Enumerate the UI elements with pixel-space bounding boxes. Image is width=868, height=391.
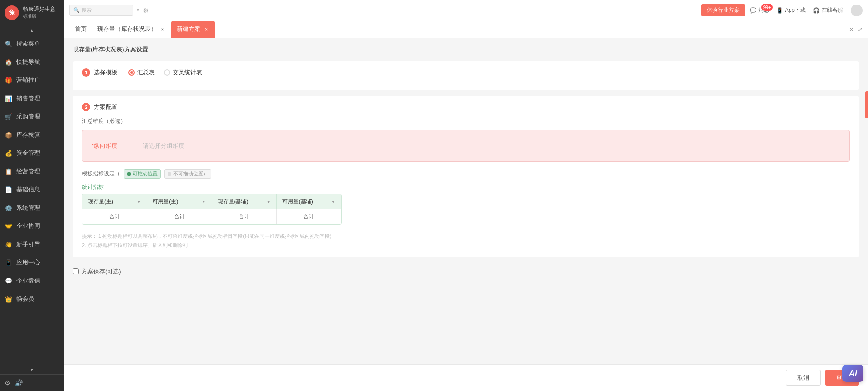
stats-table-header: 现存量(主) ▼ 可用量(主) ▼ 现存量(基辅) ▼ 可用量(基辅) <box>82 194 341 209</box>
document-icon: 📄 <box>5 185 13 194</box>
save-label: 方案保存(可选) <box>82 268 121 276</box>
ai-badge[interactable]: Ai <box>842 365 863 382</box>
chevron-down-icon-2: ▼ <box>202 199 206 204</box>
tab-new-plan-close[interactable]: × <box>203 26 209 32</box>
purchase-label: 采购管理 <box>16 113 40 121</box>
stats-cell-2: 合计 <box>147 209 212 224</box>
stats-col-4-label: 可用量(基辅) <box>282 198 313 206</box>
stats-col-2-label: 可用量(主) <box>153 198 178 206</box>
app-download-item[interactable]: 📱 App下载 <box>776 6 806 14</box>
tab-home[interactable]: 首页 <box>69 21 92 38</box>
dim-separator: —— <box>125 143 136 149</box>
draggable-dot <box>127 172 131 176</box>
stats-table-body: 合计 合计 合计 合计 <box>82 209 341 224</box>
system-label: 系统管理 <box>16 204 40 212</box>
footer: 取消 查询 <box>64 364 868 391</box>
sidebar-item-operations[interactable]: 📋 经营管理 <box>0 162 64 180</box>
tab-inventory-label: 现存量（库存状况表） <box>97 25 157 33</box>
chevron-down-icon-1: ▼ <box>137 199 141 204</box>
messages-badge: 99+ <box>761 4 773 11</box>
sidebar-item-purchase[interactable]: 🛒 采购管理 <box>0 108 64 126</box>
sidebar-nav: 🔍 搜索菜单 🏠 快捷导航 🎁 营销推广 📊 销售管理 🛒 采购管理 📦 库存核… <box>0 35 64 365</box>
tab-new-plan-label: 新建方案 <box>177 25 200 33</box>
radio-summary-label: 汇总表 <box>137 68 155 77</box>
chevron-down-icon-4: ▼ <box>331 199 336 204</box>
template-radio-group: 汇总表 交叉统计表 <box>128 68 202 77</box>
chevron-down-icon-3: ▼ <box>266 199 271 204</box>
dim-required-label: *纵向维度 <box>92 142 117 150</box>
footer-sound-icon[interactable]: 🔊 <box>15 379 23 386</box>
tip-1: 提示： 1.拖动标题栏可以调整布局，不可跨维度或指标区域拖动栏目字段(只能在同一… <box>82 232 850 241</box>
tab-inventory-close[interactable]: × <box>159 26 166 32</box>
wechat-label: 企业微信 <box>16 277 40 285</box>
sidebar-item-membership[interactable]: 👑 畅会员 <box>0 290 64 308</box>
footer-settings-icon[interactable]: ⚙ <box>5 379 10 386</box>
mobile-icon: 📱 <box>5 258 13 267</box>
stats-col-4[interactable]: 可用量(基辅) ▼ <box>277 194 341 209</box>
chevron-down-icon[interactable]: ▼ <box>136 8 140 13</box>
settings-icon[interactable]: ⚙ <box>143 7 149 14</box>
stats-col-1[interactable]: 现存量(主) ▼ <box>82 194 147 209</box>
search-icon: 🔍 <box>73 7 80 13</box>
tabs-right-controls: ✕ ⤢ <box>849 26 863 33</box>
topbar-search-box[interactable]: 🔍 搜索 <box>69 5 133 16</box>
sidebar-item-finance[interactable]: 💰 资金管理 <box>0 144 64 162</box>
section1-num: 1 <box>82 68 90 77</box>
scroll-up-arrow[interactable]: ▲ <box>0 26 64 35</box>
sidebar-item-appcenter[interactable]: 📱 应用中心 <box>0 253 64 272</box>
scroll-down-arrow[interactable]: ▼ <box>0 365 64 374</box>
sidebar-item-marketing[interactable]: 🎁 营销推广 <box>0 71 64 89</box>
user-avatar[interactable] <box>851 5 863 16</box>
stats-cell-4: 合计 <box>277 209 341 224</box>
sidebar-item-quicknav[interactable]: 🏠 快捷导航 <box>0 53 64 71</box>
radio-crosstab[interactable]: 交叉统计表 <box>164 68 202 77</box>
search-icon: 🔍 <box>5 40 13 48</box>
online-service-item[interactable]: 🎧 在线客服 <box>813 6 843 14</box>
tab-close-all-icon[interactable]: ✕ <box>849 26 854 33</box>
clipboard-icon: 📋 <box>5 167 13 175</box>
membership-label: 畅会员 <box>16 295 34 303</box>
topbar-search-area: 🔍 搜索 ▼ ⚙ <box>69 5 697 16</box>
appcenter-label: 应用中心 <box>16 258 40 267</box>
message-icon: 💬 <box>750 7 756 14</box>
wave-icon: 👋 <box>5 240 13 248</box>
stats-col-2[interactable]: 可用量(主) ▼ <box>147 194 212 209</box>
messages-item[interactable]: 💬 消息 99+ <box>750 6 769 14</box>
page-title: 现存量(库存状况表)方案设置 <box>73 46 859 54</box>
radio-crosstab-label: 交叉统计表 <box>173 68 202 77</box>
stats-table: 现存量(主) ▼ 可用量(主) ▼ 现存量(基辅) ▼ 可用量(基辅) <box>82 194 342 225</box>
tab-new-plan[interactable]: 新建方案 × <box>171 21 215 38</box>
dim-placeholder: 请选择分组维度 <box>143 142 184 150</box>
sidebar-item-search[interactable]: 🔍 搜索菜单 <box>0 35 64 53</box>
inventory-label: 库存核算 <box>16 131 40 139</box>
save-checkbox[interactable] <box>73 268 79 274</box>
gift-icon: 🎁 <box>5 76 13 84</box>
stats-col-3[interactable]: 现存量(基辅) ▼ <box>212 194 277 209</box>
dimension-area[interactable]: *纵向维度 —— 请选择分组维度 <box>82 130 850 162</box>
non-draggable-label: 不可拖动位置） <box>173 170 208 177</box>
cancel-button[interactable]: 取消 <box>786 370 821 386</box>
indicator-label: 模板指标设定（ 可拖动位置 不可拖动位置） <box>82 169 850 179</box>
chat-icon: 💬 <box>5 277 13 285</box>
marketing-label: 营销推广 <box>16 76 40 84</box>
sidebar-item-system[interactable]: ⚙️ 系统管理 <box>0 199 64 217</box>
tab-expand-icon[interactable]: ⤢ <box>858 26 863 33</box>
online-service-label: 在线客服 <box>822 6 843 14</box>
handshake-icon: 🤝 <box>5 222 13 230</box>
right-edge-handle[interactable] <box>865 91 868 118</box>
download-icon: 📱 <box>776 7 783 14</box>
trial-button[interactable]: 体验行业方案 <box>701 4 745 16</box>
enterprise-label: 企业协同 <box>16 222 40 230</box>
sidebar-item-wechat[interactable]: 💬 企业微信 <box>0 272 64 290</box>
non-draggable-badge: 不可拖动位置） <box>164 169 211 179</box>
sidebar-item-enterprise[interactable]: 🤝 企业协同 <box>0 217 64 235</box>
sidebar-item-basic[interactable]: 📄 基础信息 <box>0 180 64 199</box>
sidebar-item-inventory[interactable]: 📦 库存核算 <box>0 126 64 144</box>
sidebar-item-newguide[interactable]: 👋 新手引导 <box>0 235 64 253</box>
app-download-label: App下载 <box>785 6 806 14</box>
sidebar-item-sales[interactable]: 📊 销售管理 <box>0 89 64 108</box>
stats-cell-3: 合计 <box>212 209 277 224</box>
radio-summary[interactable]: 汇总表 <box>128 68 155 77</box>
tab-inventory-status[interactable]: 现存量（库存状况表） × <box>92 21 171 38</box>
finance-label: 资金管理 <box>16 149 40 157</box>
